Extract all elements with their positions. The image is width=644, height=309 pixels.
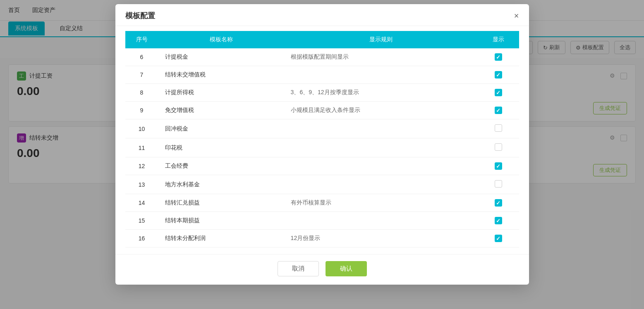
cell-checkbox-16 bbox=[478, 230, 519, 247]
modal-header: 模板配置 × bbox=[115, 4, 529, 26]
table-row: 6计提税金根据模版配置期间显示 bbox=[125, 48, 519, 66]
checkbox-13[interactable] bbox=[495, 180, 502, 188]
cell-rule-9: 小规模且满足收入条件显示 bbox=[284, 102, 478, 119]
cell-index-10: 10 bbox=[125, 119, 158, 138]
table-body: 6计提税金根据模版配置期间显示7结转未交增值税8计提所得税3、6、9、12月按季… bbox=[125, 48, 519, 247]
cell-checkbox-14 bbox=[478, 194, 519, 212]
cell-name-16: 结转未分配利润 bbox=[158, 230, 284, 247]
cell-checkbox-10 bbox=[478, 119, 519, 138]
table-row: 13地方水利基金 bbox=[125, 175, 519, 194]
cell-index-7: 7 bbox=[125, 66, 158, 84]
cell-rule-16: 12月份显示 bbox=[284, 230, 478, 247]
cell-index-12: 12 bbox=[125, 157, 158, 175]
config-table: 序号 模板名称 显示规则 显示 6计提税金根据模版配置期间显示7结转未交增值税8… bbox=[125, 31, 519, 247]
cell-name-13: 地方水利基金 bbox=[158, 175, 284, 194]
table-row: 12工会经费 bbox=[125, 157, 519, 175]
table-row: 9免交增值税小规模且满足收入条件显示 bbox=[125, 102, 519, 119]
cell-checkbox-9 bbox=[478, 102, 519, 119]
cell-name-8: 计提所得税 bbox=[158, 84, 284, 102]
cell-rule-6: 根据模版配置期间显示 bbox=[284, 48, 478, 66]
cell-rule-14: 有外币核算显示 bbox=[284, 194, 478, 212]
checkbox-14[interactable] bbox=[495, 199, 502, 207]
cell-rule-7 bbox=[284, 66, 478, 84]
th-display: 显示 bbox=[478, 31, 519, 48]
table-row: 8计提所得税3、6、9、12月按季度显示 bbox=[125, 84, 519, 102]
cell-index-14: 14 bbox=[125, 194, 158, 212]
cell-checkbox-13 bbox=[478, 175, 519, 194]
table-row: 14结转汇兑损益有外币核算显示 bbox=[125, 194, 519, 212]
cell-index-9: 9 bbox=[125, 102, 158, 119]
table-row: 15结转本期损益 bbox=[125, 212, 519, 230]
cell-index-16: 16 bbox=[125, 230, 158, 247]
cell-checkbox-15 bbox=[478, 212, 519, 230]
modal-body: 序号 模板名称 显示规则 显示 6计提税金根据模版配置期间显示7结转未交增值税8… bbox=[115, 26, 529, 254]
checkbox-9[interactable] bbox=[495, 107, 502, 114]
cell-name-6: 计提税金 bbox=[158, 48, 284, 66]
checkbox-15[interactable] bbox=[495, 217, 502, 224]
th-index: 序号 bbox=[125, 31, 158, 48]
checkbox-8[interactable] bbox=[495, 89, 502, 96]
cell-index-15: 15 bbox=[125, 212, 158, 230]
modal-close-button[interactable]: × bbox=[514, 12, 519, 20]
cell-checkbox-6 bbox=[478, 48, 519, 66]
cell-index-8: 8 bbox=[125, 84, 158, 102]
cell-name-10: 回冲税金 bbox=[158, 119, 284, 138]
modal-title: 模板配置 bbox=[125, 11, 155, 21]
modal-footer: 取消 确认 bbox=[115, 254, 529, 285]
th-name: 模板名称 bbox=[158, 31, 284, 48]
modal-overlay: 模板配置 × 序号 模板名称 显示规则 显示 bbox=[0, 0, 644, 309]
template-config-modal: 模板配置 × 序号 模板名称 显示规则 显示 bbox=[115, 4, 529, 285]
checkbox-10[interactable] bbox=[495, 124, 502, 132]
table-row: 11印花税 bbox=[125, 138, 519, 157]
table-scroll-wrapper: 序号 模板名称 显示规则 显示 6计提税金根据模版配置期间显示7结转未交增值税8… bbox=[125, 31, 519, 247]
checkbox-11[interactable] bbox=[495, 143, 502, 151]
cell-rule-8: 3、6、9、12月按季度显示 bbox=[284, 84, 478, 102]
cell-rule-10 bbox=[284, 119, 478, 138]
table-header-row: 序号 模板名称 显示规则 显示 bbox=[125, 31, 519, 48]
checkbox-12[interactable] bbox=[495, 162, 502, 170]
cell-name-7: 结转未交增值税 bbox=[158, 66, 284, 84]
checkbox-7[interactable] bbox=[495, 71, 502, 78]
confirm-button[interactable]: 确认 bbox=[326, 261, 367, 276]
table-row: 16结转未分配利润12月份显示 bbox=[125, 230, 519, 247]
cell-checkbox-8 bbox=[478, 84, 519, 102]
cell-checkbox-7 bbox=[478, 66, 519, 84]
cell-rule-15 bbox=[284, 212, 478, 230]
background-page: 首页 固定资产 系统模板 自定义结 测算金额 ▶ 视频 ↻ 刷新 ⚙ 模板配置 … bbox=[0, 0, 644, 309]
table-row: 10回冲税金 bbox=[125, 119, 519, 138]
cell-name-11: 印花税 bbox=[158, 138, 284, 157]
cell-index-6: 6 bbox=[125, 48, 158, 66]
cell-name-15: 结转本期损益 bbox=[158, 212, 284, 230]
table-head: 序号 模板名称 显示规则 显示 bbox=[125, 31, 519, 48]
cell-rule-13 bbox=[284, 175, 478, 194]
cell-rule-11 bbox=[284, 138, 478, 157]
cell-name-14: 结转汇兑损益 bbox=[158, 194, 284, 212]
th-rule: 显示规则 bbox=[284, 31, 478, 48]
cancel-button[interactable]: 取消 bbox=[278, 261, 319, 276]
cell-checkbox-12 bbox=[478, 157, 519, 175]
cell-checkbox-11 bbox=[478, 138, 519, 157]
table-row: 7结转未交增值税 bbox=[125, 66, 519, 84]
cell-name-12: 工会经费 bbox=[158, 157, 284, 175]
cell-name-9: 免交增值税 bbox=[158, 102, 284, 119]
cell-rule-12 bbox=[284, 157, 478, 175]
checkbox-6[interactable] bbox=[495, 53, 502, 61]
checkbox-16[interactable] bbox=[495, 235, 502, 242]
cell-index-13: 13 bbox=[125, 175, 158, 194]
cell-index-11: 11 bbox=[125, 138, 158, 157]
